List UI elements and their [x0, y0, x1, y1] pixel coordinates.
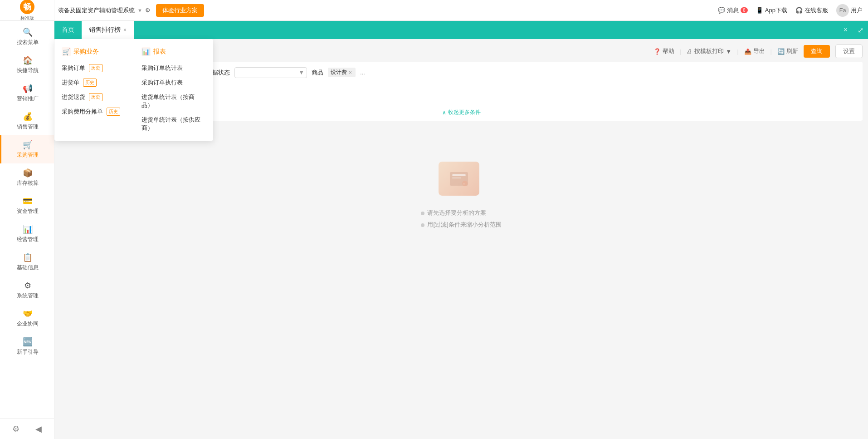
svg-rect-2 — [452, 178, 461, 178]
tab-sales-ranking[interactable]: 销售排行榜 × — [82, 21, 134, 39]
sales-icon: 💰 — [23, 112, 33, 122]
operations-icon: 📊 — [23, 224, 33, 234]
sidebar-item-operations[interactable]: 📊 经营管理 — [0, 220, 54, 248]
message-badge: 6 — [741, 7, 748, 13]
dropdown-menu: 🛒 采购业务 采购订单 历史 进货单 历史 进货退货 历史 采购费用分摊单 历史… — [54, 39, 213, 141]
sidebar-item-label: 基础信息 — [17, 264, 39, 271]
sidebar-item-purchase[interactable]: 🛒 采购管理 — [0, 135, 54, 163]
tab-home[interactable]: 首页 — [54, 21, 82, 39]
enterprise-icon: 🤝 — [23, 309, 33, 319]
help-btn[interactable]: ❓ 帮助 — [653, 47, 674, 55]
sidebar-item-label: 资金管理 — [17, 207, 39, 215]
sidebar-item-guide[interactable]: 🆕 新手引导 — [0, 332, 54, 360]
sidebar-item-label: 快捷导航 — [17, 67, 39, 74]
goods-tag-close[interactable]: × — [349, 69, 352, 76]
goods-tag-text: 设计费 — [331, 69, 347, 76]
sidebar-bottom: ⚙ ◀ — [0, 418, 54, 439]
marketing-icon: 📢 — [23, 84, 33, 94]
dropdown-item-purchase-order-exec[interactable]: 采购订单执行表 — [134, 75, 214, 90]
query-btn[interactable]: 查询 — [804, 45, 830, 58]
app-download-btn[interactable]: 📱 App下载 — [756, 6, 787, 15]
report-header-icon: 📊 — [141, 47, 151, 56]
sidebar-item-basic[interactable]: 📋 基础信息 — [0, 248, 54, 276]
sidebar-item-sales[interactable]: 💰 销售管理 — [0, 107, 54, 135]
hist-tag: 历史 — [107, 108, 120, 116]
toolbar: ❓ 帮助 | 🖨 按模板打印 ▼ | 📤 导出 | 🔄 刷新 — [653, 47, 798, 55]
top-bar: 畅 标准版 装备及固定资产辅助管理系统 ▼ ⚙ 体验行业方案 💬 消息 6 📱 … — [0, 0, 868, 21]
system-name[interactable]: 装备及固定资产辅助管理系统 ▼ — [58, 6, 142, 15]
status-select[interactable] — [234, 67, 307, 78]
nav-tabs: 首页 销售排行榜 × × ⤢ — [54, 21, 868, 39]
dropdown-item-goods-return[interactable]: 进货退货 历史 — [54, 90, 134, 104]
dropdown-item-goods-by-product[interactable]: 进货单统计表（按商品） — [134, 90, 214, 113]
sidebar-item-label: 采购管理 — [17, 151, 39, 159]
purchase-header-icon: 🛒 — [62, 47, 71, 56]
dropdown-item-goods-by-supplier[interactable]: 进货单统计表（按供应商） — [134, 113, 214, 135]
svg-point-3 — [462, 181, 468, 186]
home-icon: 🏠 — [23, 55, 33, 65]
hist-tag: 历史 — [89, 93, 102, 101]
window-close-btn[interactable]: × — [838, 21, 853, 39]
sidebar-item-search[interactable]: 🔍 搜索菜单 — [0, 23, 54, 51]
tab-close-icon[interactable]: × — [123, 27, 127, 33]
user-btn[interactable]: Ea 用户 — [836, 4, 863, 17]
guide-icon: 🆕 — [23, 337, 33, 347]
dropdown-report-header: 📊 报表 — [134, 44, 214, 61]
sidebar-settings-btn[interactable]: ⚙ — [12, 424, 20, 434]
sidebar-item-label: 新手引导 — [17, 348, 39, 356]
dropdown-item-purchase-expense[interactable]: 采购费用分摊单 历史 — [54, 104, 134, 119]
logo-tagline: 标准版 — [20, 15, 34, 21]
empty-icon: ! — [439, 162, 484, 198]
avatar: Ea — [836, 4, 849, 17]
sidebar-item-label: 企业协同 — [17, 320, 39, 328]
goods-label: 商品 — [312, 69, 323, 77]
industry-btn[interactable]: 体验行业方案 — [156, 4, 204, 17]
tab-home-label: 首页 — [62, 26, 74, 34]
sidebar-item-label: 营销推广 — [17, 95, 39, 103]
sidebar-collapse-btn[interactable]: ◀ — [35, 424, 42, 434]
help-icon: ❓ — [653, 48, 661, 55]
basic-icon: 📋 — [23, 252, 33, 262]
window-expand-btn[interactable]: ⤢ — [853, 21, 868, 39]
print-btn[interactable]: 🖨 按模板打印 ▼ — [687, 47, 731, 55]
refresh-btn[interactable]: 🔄 刷新 — [777, 47, 798, 55]
dropdown-item-purchase-order-stat[interactable]: 采购订单统计表 — [134, 61, 214, 75]
search-icon: 🔍 — [23, 27, 33, 37]
message-icon: 💬 — [718, 7, 725, 14]
export-icon: 📤 — [744, 48, 751, 55]
sidebar-item-system[interactable]: ⚙ 系统管理 — [0, 276, 54, 304]
collapse-icon: ∧ — [442, 109, 446, 116]
system-dropdown-arrow[interactable]: ▼ — [137, 8, 142, 13]
dropdown-item-goods-receipt[interactable]: 进货单 历史 — [54, 75, 134, 90]
svg-rect-1 — [452, 174, 466, 176]
service-icon: 🎧 — [795, 7, 803, 14]
capital-icon: 💳 — [23, 196, 33, 206]
settings-btn[interactable]: 设置 — [835, 44, 863, 58]
sidebar-item-enterprise[interactable]: 🤝 企业协同 — [0, 304, 54, 332]
refresh-icon: 🔄 — [777, 48, 785, 55]
hist-tag: 历史 — [89, 64, 102, 72]
top-bar-right: 💬 消息 6 📱 App下载 🎧 在线客服 Ea 用户 — [718, 4, 863, 17]
sidebar-item-capital[interactable]: 💳 资金管理 — [0, 192, 54, 220]
sidebar-item-label: 销售管理 — [17, 123, 39, 131]
online-service-btn[interactable]: 🎧 在线客服 — [795, 6, 828, 15]
empty-text: 请先选择要分析的方案 用[过滤]条件来缩小分析范围 — [421, 207, 501, 231]
logo-icon: 畅 — [20, 0, 34, 14]
export-btn[interactable]: 📤 导出 — [744, 47, 765, 55]
dropdown-item-purchase-order[interactable]: 采购订单 历史 — [54, 61, 134, 75]
sidebar-item-nav[interactable]: 🏠 快捷导航 — [0, 51, 54, 79]
system-icon: ⚙ — [24, 281, 31, 291]
message-btn[interactable]: 💬 消息 6 — [718, 6, 748, 15]
sidebar-item-label: 系统管理 — [17, 292, 39, 300]
sidebar-item-inventory[interactable]: 📦 库存核算 — [0, 163, 54, 192]
inventory-icon: 📦 — [23, 168, 33, 178]
purchase-icon: 🛒 — [23, 140, 33, 150]
goods-tag: 设计费 × — [328, 68, 356, 77]
goods-more-btn[interactable]: ... — [360, 69, 365, 76]
tab-sales-ranking-label: 销售排行榜 — [89, 26, 121, 34]
sidebar-item-label: 经营管理 — [17, 236, 39, 243]
sidebar-item-marketing[interactable]: 📢 营销推广 — [0, 79, 54, 107]
collapse-label: 收起更多条件 — [448, 109, 481, 116]
top-settings-icon[interactable]: ⚙ — [145, 7, 151, 14]
svg-text:!: ! — [463, 182, 464, 186]
